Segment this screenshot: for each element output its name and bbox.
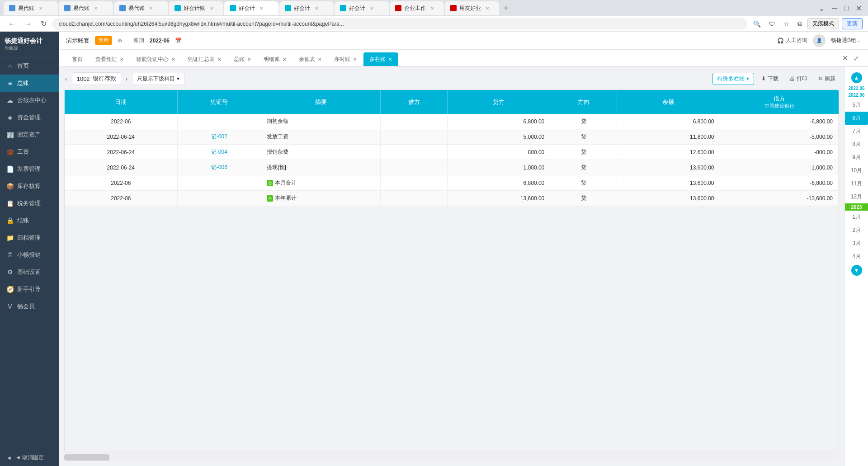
cancel-pin-button[interactable]: ◄ ◄ 取消固定: [0, 449, 59, 466]
browser-tab-3[interactable]: 易代账 ✕: [114, 1, 168, 15]
prev-account-button[interactable]: ‹: [64, 74, 68, 83]
calendar-month-2023-3[interactable]: 3月: [845, 237, 868, 250]
tab-close-general-ledger[interactable]: ✕: [247, 57, 251, 62]
star-icon[interactable]: ☆: [781, 19, 792, 28]
browser-tab-1[interactable]: 易代账 ✕: [4, 1, 58, 15]
tab-balance-sheet[interactable]: 余额表 ✕: [293, 52, 327, 66]
sidebar-item-invoice[interactable]: 📄 发票管理: [0, 160, 59, 178]
calendar-month-2023-1[interactable]: 1月: [845, 211, 868, 224]
calendar-month-7[interactable]: 7月: [845, 125, 868, 138]
cell-voucher[interactable]: 记-002: [177, 129, 261, 145]
tab-voucher-summary[interactable]: 凭证汇总表 ✕: [182, 52, 227, 66]
download-button[interactable]: ⬇ 下载: [758, 73, 782, 85]
sidebar-item-funds[interactable]: ◈ 资金管理: [0, 109, 59, 126]
tab-close-1[interactable]: ✕: [39, 6, 42, 11]
tab-close-4[interactable]: ✕: [210, 6, 213, 11]
cell-voucher[interactable]: 记-004: [177, 145, 261, 160]
tab-detail-ledger[interactable]: 明细账 ✕: [258, 52, 292, 66]
expand-content-button[interactable]: ⤢: [852, 53, 861, 64]
sidebar-item-close-accounts[interactable]: 🔒 结账: [0, 212, 59, 229]
sidebar-item-home[interactable]: ⌂ 首页: [0, 57, 59, 75]
sidebar-item-reports[interactable]: ☁ 云报表中心: [0, 92, 59, 109]
calendar-month-6[interactable]: 6月: [845, 112, 868, 125]
calendar-month-8[interactable]: 8月: [845, 138, 868, 151]
browser-tab-6[interactable]: 好会计 ✕: [279, 1, 334, 15]
search-icon[interactable]: 🔍: [750, 19, 764, 28]
maximize-button[interactable]: □: [841, 3, 851, 13]
tab-close-8[interactable]: ✕: [430, 6, 434, 11]
sidebar-item-archive[interactable]: 📁 归档管理: [0, 229, 59, 246]
tab-close-journal[interactable]: ✕: [353, 57, 357, 62]
browser-tab-7[interactable]: 好会计 ✕: [335, 1, 389, 15]
tab-close-smart-voucher[interactable]: ✕: [171, 57, 175, 62]
tab-close-multi-column[interactable]: ✕: [388, 57, 392, 62]
back-button[interactable]: ←: [5, 19, 18, 29]
calendar-icon[interactable]: 📅: [175, 38, 182, 44]
browser-tab-5[interactable]: 好会计 ✕: [224, 1, 278, 15]
new-tab-button[interactable]: +: [500, 4, 512, 13]
calendar-down-button[interactable]: ▼: [851, 265, 862, 276]
tab-close-3[interactable]: ✕: [149, 6, 153, 11]
extension-icon[interactable]: ⧉: [795, 19, 805, 28]
tab-home[interactable]: 首页: [66, 52, 89, 66]
tab-view-voucher[interactable]: 查看凭证 ✕: [90, 52, 129, 66]
calendar-up-button[interactable]: ▲: [851, 72, 862, 83]
shield-icon[interactable]: 🛡: [766, 19, 778, 28]
browser-tab-4[interactable]: 好会计账 ✕: [169, 1, 223, 15]
tab-close-5[interactable]: ✕: [259, 6, 263, 11]
reload-button[interactable]: ↻: [38, 19, 49, 29]
calendar-month-10[interactable]: 10月: [845, 164, 868, 177]
update-button[interactable]: 更新: [842, 18, 863, 29]
print-button[interactable]: 🖨 打印: [786, 73, 811, 85]
calendar-month-12[interactable]: 12月: [845, 190, 868, 203]
sidebar-item-assets[interactable]: 🏢 固定资产: [0, 126, 59, 143]
next-account-button[interactable]: ›: [125, 74, 129, 83]
forward-button[interactable]: →: [22, 19, 34, 29]
sidebar-item-vip[interactable]: V 畅会员: [0, 298, 59, 315]
sidebar-item-expense[interactable]: © 小畅报销: [0, 246, 59, 264]
scrollbar-thumb[interactable]: [64, 454, 109, 461]
tab-close-view-voucher[interactable]: ✕: [120, 57, 123, 62]
tab-close-6[interactable]: ✕: [315, 6, 318, 11]
calendar-month-11[interactable]: 11月: [845, 177, 868, 190]
tab-journal[interactable]: 序时账 ✕: [328, 52, 363, 66]
horizontal-scrollbar[interactable]: [64, 454, 839, 461]
tab-close-2[interactable]: ✕: [94, 6, 98, 11]
tab-list-button[interactable]: ⌄: [816, 3, 827, 14]
sidebar-item-settings[interactable]: ⚙ 基础设置: [0, 264, 59, 281]
calendar-month-2023-2[interactable]: 2月: [845, 224, 868, 237]
browser-tab-2[interactable]: 易代账 ✕: [59, 1, 113, 15]
sidebar-item-guide[interactable]: 🧭 新手引导: [0, 281, 59, 298]
wuhen-button[interactable]: 无痕模式: [807, 18, 839, 29]
tab-multi-column[interactable]: 多栏账 ✕: [363, 52, 398, 66]
calendar-month-5[interactable]: 5月: [845, 99, 868, 112]
tab-general-ledger[interactable]: 总账 ✕: [228, 52, 257, 66]
tab-close-balance-sheet[interactable]: ✕: [318, 57, 321, 62]
tab-close-9[interactable]: ✕: [486, 6, 489, 11]
url-input[interactable]: cloud2.chanjet.com/accounting/uh26t264j5…: [53, 19, 747, 29]
sidebar-item-tax[interactable]: 📋 税务管理: [0, 195, 59, 212]
cell-voucher[interactable]: 记-006: [177, 160, 261, 175]
calendar-month-2023-4[interactable]: 4月: [845, 250, 868, 263]
tab-smart-voucher[interactable]: 智能凭证中心 ✕: [130, 52, 181, 66]
sidebar-item-ledger[interactable]: ≡ 总账: [0, 75, 59, 92]
cell-date: 2022-06-24: [65, 129, 177, 145]
tab-close-detail-ledger[interactable]: ✕: [283, 57, 286, 62]
calendar-month-9[interactable]: 9月: [845, 151, 868, 164]
filter-dropdown[interactable]: 只显示下级科目 ▾: [132, 73, 184, 85]
close-content-button[interactable]: ✕: [840, 52, 850, 64]
multi-col-button[interactable]: 特殊多栏账 ▾: [712, 73, 754, 85]
consult-button[interactable]: 🎧 人工咨询: [777, 37, 807, 44]
sidebar-item-inventory[interactable]: 📦 库存核算: [0, 178, 59, 195]
settings-gear-icon[interactable]: ⚙: [118, 38, 123, 44]
tab-close-voucher-summary[interactable]: ✕: [217, 57, 221, 62]
tab-close-7[interactable]: ✕: [370, 6, 373, 11]
browser-tab-9[interactable]: 用友好业 ✕: [445, 1, 499, 15]
minimize-button[interactable]: ─: [829, 3, 840, 13]
browser-tab-8[interactable]: 企业工作 ✕: [390, 1, 444, 15]
close-window-button[interactable]: ✕: [853, 3, 864, 14]
sidebar-item-salary[interactable]: 💼 工资: [0, 143, 59, 160]
account-selector[interactable]: 1002 银行存款: [72, 72, 121, 85]
demo-badge[interactable]: 禁用: [95, 36, 112, 45]
refresh-button[interactable]: ↻ 刷新: [815, 73, 839, 85]
